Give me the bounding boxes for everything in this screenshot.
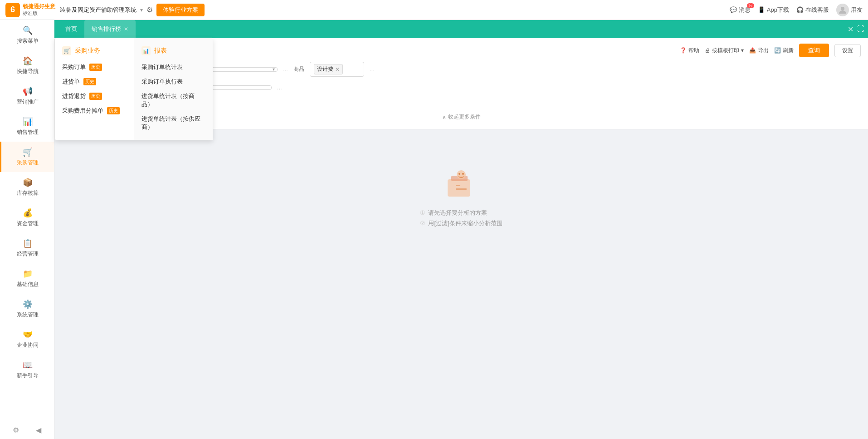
help-btn[interactable]: ❓ 帮助	[680, 47, 699, 54]
status-dots[interactable]: ...	[283, 66, 288, 73]
header-settings-icon[interactable]: ⚙	[146, 5, 153, 14]
staff-dots[interactable]: ...	[277, 84, 282, 91]
logo-area: 6 畅捷通好生意 标准版	[5, 3, 60, 17]
sidebar-item-basic[interactable]: 📁 基础信息	[0, 263, 54, 294]
dropdown-label-purchase-order: 采购订单	[62, 63, 86, 71]
sidebar-label-search: 搜索菜单	[17, 37, 39, 45]
messages-badge: 5	[747, 3, 754, 8]
dropdown-label-gs-product: 进货单统计表（按商品）	[141, 92, 206, 109]
tab-close-btn[interactable]: ✕	[848, 25, 853, 34]
home-icon: 🏠	[23, 56, 33, 66]
header: 6 畅捷通好生意 标准版 装备及固定资产辅助管理系统 ▾ ⚙ 体验行业方案 💬 …	[0, 0, 868, 20]
marketing-icon: 📢	[23, 86, 33, 96]
sidebar-label-enterprise: 企业协同	[17, 341, 39, 349]
app-label: App下载	[767, 6, 789, 14]
online-service-btn[interactable]: 🎧 在线客服	[796, 6, 829, 14]
sidebar-item-finance[interactable]: 💰 资金管理	[0, 202, 54, 233]
sidebar: 🔍 搜索菜单 🏠 快捷导航 📢 营销推广 📊 销售管理 🛒 采购管理 📦 库存核…	[0, 20, 54, 439]
dropdown-item-purchase-expense[interactable]: 采购费用分摊单 历史	[55, 104, 134, 118]
sidebar-label-finance: 资金管理	[17, 220, 39, 227]
search-icon: 🔍	[23, 25, 33, 35]
dropdown-col-title-purchase: 采购业务	[75, 47, 100, 55]
product-tag-close[interactable]: ✕	[335, 66, 340, 73]
user-btn[interactable]: 用友	[836, 4, 863, 16]
enterprise-icon: 🤝	[23, 330, 33, 340]
dropdown-label-goods-receipt: 进货单	[62, 78, 80, 86]
dropdown-label-purchase-expense: 采购费用分摊单	[62, 107, 103, 115]
settings-btn[interactable]: 设置	[834, 44, 861, 57]
history-tag-3: 历史	[107, 107, 120, 114]
sidebar-item-operations[interactable]: 📋 经营管理	[0, 233, 54, 263]
header-center: 装备及固定资产辅助管理系统 ▾ ⚙ 体验行业方案	[60, 4, 730, 16]
service-icon: 🎧	[796, 6, 804, 13]
tab-sales-rank-label: 销售排行榜	[92, 25, 121, 33]
dropdown-item-purchase-order-stat[interactable]: 采购订单统计表	[134, 60, 213, 74]
system-title: 装备及固定资产辅助管理系统	[60, 6, 137, 14]
sidebar-label-inventory: 库存核算	[17, 189, 39, 197]
dropdown-item-goods-stat-supplier[interactable]: 进货单统计表（按供应商）	[134, 112, 213, 134]
sidebar-settings-icon[interactable]: ⚙	[13, 426, 19, 434]
dropdown-item-goods-stat-product[interactable]: 进货单统计表（按商品）	[134, 89, 213, 112]
history-tag-2: 历史	[89, 93, 102, 100]
sidebar-item-inventory[interactable]: 📦 库存核算	[0, 172, 54, 202]
print-dropdown-icon[interactable]: ▾	[741, 47, 744, 54]
tab-sales-rank[interactable]: 销售排行榜 ✕	[84, 20, 136, 38]
sidebar-item-quicknav[interactable]: 🏠 快捷导航	[0, 50, 54, 81]
sidebar-label-quicknav: 快捷导航	[17, 68, 39, 75]
svg-point-3	[457, 170, 466, 179]
print-btn[interactable]: 🖨 按模板打印 ▾	[705, 47, 744, 54]
product-input[interactable]: 设计费 ✕	[310, 62, 364, 77]
query-btn[interactable]: 查询	[799, 44, 829, 57]
dropdown-label-po-stat: 采购订单统计表	[141, 63, 183, 71]
dropdown-label-gs-supplier: 进货单统计表（按供应商）	[141, 115, 206, 131]
sidebar-item-system[interactable]: ⚙️ 系统管理	[0, 294, 54, 324]
purchase-icon: 🛒	[23, 147, 33, 157]
history-tag-1: 历史	[83, 78, 96, 85]
empty-icon	[439, 166, 484, 202]
dropdown-label-goods-return: 进货退货	[62, 92, 86, 100]
help-icon: ❓	[680, 47, 687, 54]
sidebar-item-marketing[interactable]: 📢 营销推广	[0, 81, 54, 111]
system-dropdown-arrow[interactable]: ▾	[140, 7, 143, 13]
tab-home[interactable]: 首页	[58, 20, 84, 38]
sidebar-label-newbie: 新手引导	[17, 372, 39, 380]
sidebar-item-purchase[interactable]: 🛒 采购管理	[0, 142, 54, 172]
tab-home-label: 首页	[65, 25, 77, 33]
dropdown-item-goods-receipt[interactable]: 进货单 历史	[55, 74, 134, 89]
sidebar-collapse-icon[interactable]: ◀	[36, 426, 41, 434]
refresh-icon: 🔄	[774, 47, 781, 54]
sidebar-label-marketing: 营销推广	[17, 98, 39, 106]
app-download-btn[interactable]: 📱 App下载	[758, 6, 789, 14]
svg-rect-6	[456, 185, 460, 186]
dropdown-col-header-report: 📊 报表	[134, 44, 213, 60]
dropdown-col-title-report: 报表	[154, 47, 167, 55]
sidebar-item-newbie[interactable]: 📖 新手引导	[0, 355, 54, 385]
user-label: 用友	[851, 6, 863, 14]
messages-icon: 💬	[730, 6, 737, 13]
logo-text: 畅捷通好生意 标准版	[23, 3, 55, 17]
service-label: 在线客服	[805, 6, 829, 14]
industry-btn[interactable]: 体验行业方案	[156, 4, 205, 16]
sidebar-bottom: ⚙ ◀	[0, 421, 54, 439]
report-col-icon: 📊	[141, 46, 151, 55]
tab-close-icon[interactable]: ✕	[124, 26, 128, 32]
product-dots[interactable]: ...	[370, 66, 375, 73]
product-label: 商品	[293, 65, 304, 73]
dropdown-col-header-purchase: 🛒 采购业务	[55, 44, 134, 60]
messages-btn[interactable]: 💬 5 消息	[730, 6, 751, 14]
sidebar-item-enterprise[interactable]: 🤝 企业协同	[0, 324, 54, 355]
dropdown-item-goods-return[interactable]: 进货退货 历史	[55, 89, 134, 104]
sidebar-item-search[interactable]: 🔍 搜索菜单	[0, 20, 54, 50]
dropdown-menu: 🛒 采购业务 采购订单 历史 进货单 历史 进货退货 历史 采购费用分摊单 历史…	[54, 38, 213, 140]
tab-expand-btn[interactable]: ⛶	[857, 25, 864, 33]
sidebar-label-sales: 销售管理	[17, 128, 39, 136]
operations-icon: 📋	[23, 238, 33, 248]
dropdown-item-purchase-order-exec[interactable]: 采购订单执行表	[134, 74, 213, 89]
product-tag: 设计费 ✕	[314, 64, 343, 74]
export-btn[interactable]: 📤 导出	[749, 47, 769, 54]
refresh-btn[interactable]: 🔄 刷新	[774, 47, 794, 54]
sidebar-item-sales[interactable]: 📊 销售管理	[0, 111, 54, 142]
sales-icon: 📊	[23, 117, 33, 127]
dropdown-item-purchase-order[interactable]: 采购订单 历史	[55, 60, 134, 74]
svg-point-5	[462, 173, 464, 175]
